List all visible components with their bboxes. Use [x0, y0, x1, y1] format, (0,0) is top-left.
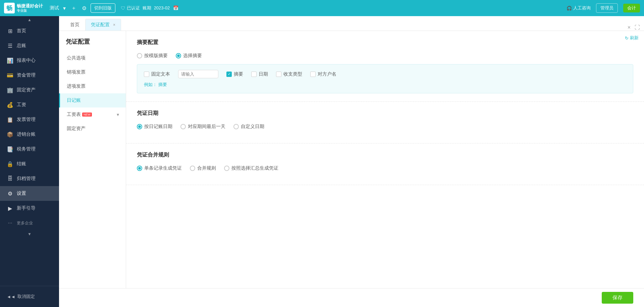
- income-type-checkbox[interactable]: 收支类型: [276, 71, 302, 77]
- example-label: 例如：: [144, 82, 157, 87]
- sidebar-item-guide[interactable]: ▶ 新手引导: [0, 201, 59, 216]
- sidebar-item-trade[interactable]: 📦 进销台账: [0, 127, 59, 142]
- invoice-icon: 📋: [7, 116, 13, 123]
- merge-rule-section: 凭证合并规则 单条记录生成凭证 合并规则: [126, 143, 644, 185]
- page-content: 凭证配置 公共选项 销项发票 进项发票 日记账: [59, 31, 644, 288]
- template-radio-item[interactable]: 按模版摘要: [137, 53, 168, 59]
- single-record-radio-circle: [137, 166, 142, 171]
- settings-gear-icon[interactable]: ⚙: [80, 4, 88, 13]
- sidebar-item-funds[interactable]: 💳 资金管理: [0, 68, 59, 83]
- income-type-label: 收支类型: [283, 71, 302, 77]
- left-nav-label-journal: 日记账: [67, 97, 81, 103]
- sidebar-item-salary[interactable]: 💰 工资: [0, 97, 59, 112]
- accountant-button[interactable]: 会计: [623, 4, 640, 12]
- scroll-up-indicator[interactable]: ▲: [0, 16, 59, 24]
- sidebar-label-assets: 固定资产: [17, 87, 52, 93]
- pin-icon: ◄◄: [7, 294, 15, 299]
- period-label: 账期: [143, 5, 151, 10]
- save-button[interactable]: 保存: [602, 292, 633, 304]
- single-record-radio[interactable]: 单条记录生成凭证: [137, 165, 182, 171]
- left-nav-item-purchase[interactable]: 进项发票: [59, 79, 126, 93]
- abstract-checkbox[interactable]: 摘要: [226, 71, 243, 77]
- tab-home[interactable]: 首页: [64, 19, 85, 31]
- fullscreen-button[interactable]: ⛶: [635, 25, 640, 31]
- template-radio-label: 按模版摘要: [144, 53, 168, 59]
- merge-rule-title: 凭证合并规则: [137, 151, 633, 159]
- right-content: ↻ 刷新 摘要配置 按模版摘要: [126, 31, 644, 288]
- sidebar-label-invoice: 发票管理: [17, 117, 52, 123]
- tab-bar-actions: × ⛶: [624, 25, 644, 31]
- cancel-fixed-label: 取消固定: [17, 294, 35, 300]
- admin-button[interactable]: 管理员: [596, 3, 618, 13]
- counterpart-checkbox-square: [310, 72, 316, 77]
- journal-date-radio[interactable]: 按日记账日期: [137, 124, 172, 130]
- left-nav: 凭证配置 公共选项 销项发票 进项发票 日记账: [59, 31, 126, 288]
- page-title: 凭证配置: [66, 38, 119, 46]
- tab-voucher-config[interactable]: 凭证配置 ×: [85, 19, 121, 31]
- sidebar-item-close[interactable]: 🔒 结账: [0, 157, 59, 171]
- old-version-button[interactable]: 切到旧版: [91, 3, 115, 13]
- certified-label: 已认证: [127, 5, 140, 11]
- fixed-text-checkbox[interactable]: 固定文本: [144, 71, 170, 77]
- abstract-section-title: 摘要配置: [137, 39, 633, 46]
- left-nav-item-fixed-assets[interactable]: 固定资产: [59, 122, 126, 136]
- sidebar-item-settings[interactable]: ⚙ 设置: [0, 186, 59, 201]
- calendar-icon[interactable]: 📅: [173, 5, 178, 10]
- sidebar-item-invoice[interactable]: 📋 发票管理: [0, 112, 59, 127]
- sidebar-item-more[interactable]: ··· 更多企业: [0, 216, 59, 230]
- voucher-date-radio-group: 按日记账日期 对应期间最后一天 自定义日期: [137, 124, 633, 130]
- custom-date-radio[interactable]: 自定义日期: [233, 124, 264, 130]
- ai-consult-button[interactable]: 🎧 人工咨询: [567, 5, 591, 11]
- sidebar-item-assets[interactable]: 🏢 固定资产: [0, 83, 59, 97]
- select-radio-circle: [176, 53, 181, 58]
- left-nav-item-sales[interactable]: 销项发票: [59, 65, 126, 79]
- custom-date-label: 自定义日期: [241, 124, 264, 130]
- merge-rules-radio[interactable]: 合并规则: [190, 165, 216, 171]
- logo-icon: 畅: [4, 3, 15, 13]
- left-nav-item-public[interactable]: 公共选项: [59, 51, 126, 65]
- sidebar-item-reports[interactable]: 📊 报表中心: [0, 53, 59, 68]
- bottom-bar: 保存: [59, 288, 644, 307]
- add-workspace-icon[interactable]: ＋: [70, 3, 78, 13]
- sidebar-item-home[interactable]: ⊞ 首页: [0, 24, 59, 38]
- cancel-fixed-button[interactable]: ◄◄ 取消固定: [0, 290, 59, 303]
- chevron-down-icon: ▼: [28, 232, 32, 236]
- sidebar-item-ledger[interactable]: ☰ 总账: [0, 38, 59, 53]
- journal-date-radio-circle: [137, 124, 142, 129]
- fixed-text-input[interactable]: [178, 70, 218, 78]
- sidebar-label-home: 首页: [17, 28, 52, 34]
- counterpart-checkbox[interactable]: 对方户名: [310, 71, 336, 77]
- left-nav-item-journal[interactable]: 日记账: [59, 93, 126, 107]
- abstract-config-section: 摘要配置 按模版摘要 选择摘要: [126, 31, 644, 102]
- left-nav-label-payroll: 工资表: [67, 112, 81, 118]
- workspace-dropdown-icon[interactable]: ▾: [62, 4, 67, 13]
- trade-icon: 📦: [7, 131, 13, 138]
- archive-icon: 🗄: [7, 175, 13, 182]
- sidebar-label-reports: 报表中心: [17, 57, 52, 63]
- period-last-day-radio-circle: [180, 124, 186, 129]
- example-text: 例如： 摘要: [144, 82, 626, 88]
- sidebar-item-tax[interactable]: 📑 税务管理: [0, 142, 59, 157]
- scroll-down-indicator[interactable]: ▼: [0, 230, 59, 238]
- sidebar-item-archive[interactable]: 🗄 归档管理: [0, 171, 59, 186]
- payroll-expand-icon[interactable]: ▾: [117, 112, 119, 117]
- select-radio-label: 选择摘要: [183, 53, 202, 59]
- select-radio-item[interactable]: 选择摘要: [176, 53, 202, 59]
- date-checkbox[interactable]: 日期: [251, 71, 268, 77]
- assets-icon: 🏢: [7, 87, 13, 93]
- aggregate-radio[interactable]: 按照选择汇总生成凭证: [224, 165, 278, 171]
- left-nav-item-payroll[interactable]: 工资表 NEW ▾: [59, 107, 126, 122]
- workspace-area: 测试 ▾ ＋ ⚙ 切到旧版: [50, 3, 115, 13]
- close-panel-button[interactable]: ×: [628, 25, 631, 31]
- left-nav-label-purchase: 进项发票: [67, 83, 86, 89]
- sidebar-label-more: 更多企业: [17, 220, 33, 226]
- refresh-button[interactable]: ↻ 刷新: [625, 35, 639, 41]
- fixed-text-label: 固定文本: [151, 71, 170, 77]
- shield-icon: 🛡: [121, 5, 125, 11]
- period-last-day-radio[interactable]: 对应期间最后一天: [180, 124, 225, 130]
- certified-badge: 🛡 已认证: [121, 5, 140, 11]
- period-last-day-label: 对应期间最后一天: [188, 124, 225, 130]
- aggregate-label: 按照选择汇总生成凭证: [231, 165, 278, 171]
- date-checkbox-square: [251, 72, 257, 77]
- tab-close-icon[interactable]: ×: [113, 23, 115, 27]
